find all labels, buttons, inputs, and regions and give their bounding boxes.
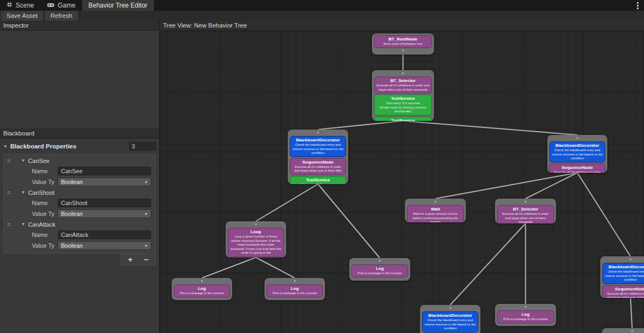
- blackboard-properties-label: Blackboard Properties: [10, 143, 77, 149]
- value-type-selected-label: Boolean: [61, 210, 83, 217]
- tree-view-header: Tree View: New Behavior Tree: [160, 21, 644, 31]
- node-block-description: Execute all it's childrens in order and …: [376, 84, 430, 92]
- node-block-blackboarddecorator[interactable]: BlackboardDecoratorCheck the blackboard …: [422, 311, 478, 332]
- foldout-arrow-icon[interactable]: ▼: [21, 222, 25, 227]
- node-input-port[interactable]: ×: [228, 222, 284, 227]
- remove-property-button[interactable]: −: [140, 256, 153, 263]
- node-input-port[interactable]: ×: [351, 259, 408, 264]
- bt-node-wait[interactable]: ×WaitWait for a given amount of time bef…: [405, 199, 466, 222]
- node-block-description: Check the blackboard entry and returns s…: [552, 148, 603, 161]
- bt-node-decorator-log[interactable]: ×BlackboardDecoratorCheck the blackboard…: [420, 305, 480, 333]
- save-asset-button[interactable]: Save Asset: [1, 11, 43, 21]
- node-output-port[interactable]: ×: [228, 257, 284, 258]
- foldout-arrow-icon[interactable]: ▼: [3, 144, 8, 149]
- node-block-loop[interactable]: LoopLoop a given number of times before …: [228, 228, 284, 257]
- inspector-content: [0, 31, 159, 128]
- inspector-panel: Inspector Blackboard ▼ Blackboard Proper…: [0, 21, 160, 333]
- node-output-port[interactable]: ×: [374, 49, 432, 53]
- node-block-description: Simple node for testing a service functi…: [376, 106, 430, 114]
- node-block-log[interactable]: LogPrint a message in the console: [267, 284, 323, 297]
- entry-name-input[interactable]: [58, 230, 151, 239]
- tree-view-panel: Tree View: New Behavior Tree BT_RootNode…: [160, 21, 644, 333]
- node-block-description: Print a message in the console: [499, 317, 552, 322]
- bt-node-log-4[interactable]: ×LogPrint a message in the console: [495, 304, 556, 326]
- bt-node-sequence-edge[interactable]: ×BlackboardDecoratorCheck the blackboard…: [600, 256, 644, 298]
- node-input-port[interactable]: ×: [550, 136, 605, 141]
- bt-node-root[interactable]: BT_RootNodeEntry point of behavior tree×: [372, 33, 434, 55]
- add-property-button[interactable]: +: [124, 256, 137, 263]
- entry-name-input[interactable]: [58, 167, 151, 175]
- node-block-bt_selector[interactable]: BT_SelectorExecute all it's childrens in…: [374, 77, 432, 93]
- node-block-title: BlackboardDecorator: [424, 313, 476, 318]
- entry-name-row: Name: [4, 166, 155, 176]
- node-block-log[interactable]: LogPrint a message in the console: [174, 284, 230, 297]
- node-block-title: BlackboardDecorator: [552, 143, 603, 148]
- value-type-dropdown[interactable]: Boolean▼: [58, 178, 151, 186]
- bt-node-sequence-left[interactable]: ×BlackboardDecoratorCheck the blackboard…: [288, 130, 348, 184]
- edge: [202, 257, 256, 278]
- tab-scene-label: Scene: [16, 2, 34, 9]
- bt-node-log-2[interactable]: ×LogPrint a message in the console: [265, 278, 325, 300]
- node-block-blackboarddecorator[interactable]: BlackboardDecoratorCheck the blackboard …: [290, 136, 346, 157]
- node-block-title: Log: [499, 312, 552, 317]
- refresh-button[interactable]: Refresh: [45, 11, 78, 21]
- blackboard-properties-row: ▼ Blackboard Properties: [0, 141, 159, 152]
- node-block-testservice[interactable]: TestServiceTick every: 0.5 secondsSimple…: [290, 176, 346, 185]
- bt-node-selector-main[interactable]: ×BT_SelectorExecute all it's childrens i…: [372, 70, 434, 121]
- node-block-description: Execute all it's childrens in order and …: [605, 292, 644, 298]
- properties-count-field[interactable]: [129, 142, 156, 151]
- node-block-bt_selector[interactable]: BT_SelectorExecute all it's childrens in…: [497, 205, 554, 223]
- node-block-sequencenode[interactable]: SequenceNodeExecute all it's childrens i…: [550, 164, 605, 173]
- node-input-port[interactable]: ×: [267, 279, 323, 284]
- bt-node-selector-right[interactable]: ×BT_SelectorExecute all it's childrens i…: [495, 199, 556, 223]
- tab-behavior-tree-editor[interactable]: Behavior Tree Editor: [82, 0, 154, 11]
- kebab-menu-icon[interactable]: [632, 0, 644, 11]
- node-block-title: BlackboardDecorator: [605, 264, 644, 270]
- node-block-description: Execute all it's childrens in order and …: [552, 171, 603, 173]
- node-block-sequencenode[interactable]: SequenceNodeExecute all it's childrens i…: [602, 285, 644, 298]
- entry-name-input[interactable]: [58, 199, 151, 207]
- drag-handle-icon[interactable]: =: [7, 189, 21, 196]
- node-block-blackboarddecorator[interactable]: BlackboardDecoratorCheck the blackboard …: [550, 141, 605, 162]
- bt-node-loop[interactable]: ×LoopLoop a given number of times before…: [226, 221, 286, 257]
- node-input-port[interactable]: ×: [422, 306, 478, 311]
- node-block-testservice[interactable]: TestServiceTick every: 0.5 secondsSimple…: [374, 117, 432, 121]
- node-input-port[interactable]: ×: [604, 329, 644, 333]
- bt-node-partial-node[interactable]: ×: [602, 328, 644, 333]
- drag-handle-icon[interactable]: =: [7, 221, 21, 228]
- node-input-port[interactable]: ×: [497, 305, 554, 310]
- foldout-arrow-icon[interactable]: ▼: [21, 158, 25, 163]
- node-block-title: TestService: [292, 178, 344, 183]
- node-block-log[interactable]: LogPrint a message in the console: [351, 264, 408, 277]
- node-block-log[interactable]: LogPrint a message in the console: [497, 310, 554, 323]
- node-input-port[interactable]: ×: [602, 257, 644, 262]
- node-block-title: Log: [176, 286, 228, 291]
- entry-name-row: Name: [4, 229, 155, 240]
- node-block-title: TestService: [376, 96, 430, 101]
- node-block-testservice[interactable]: TestServiceTick every: 0.5 secondsSimple…: [374, 94, 432, 115]
- node-block-blackboarddecorator[interactable]: BlackboardDecoratorCheck the blackboard …: [602, 263, 644, 284]
- name-field-label: Name: [32, 232, 58, 238]
- tab-scene[interactable]: Scene: [0, 0, 40, 11]
- node-input-port[interactable]: ×: [407, 200, 464, 205]
- node-input-port[interactable]: ×: [174, 279, 230, 284]
- node-block-wait[interactable]: WaitWait for a given amount of time befo…: [407, 205, 464, 222]
- foldout-arrow-icon[interactable]: ▼: [21, 190, 25, 195]
- drag-handle-icon[interactable]: =: [7, 158, 21, 164]
- entry-value-type-row: Value TyBoolean▼: [4, 176, 155, 187]
- node-block-sequencenode[interactable]: SequenceNodeExecute all it's childrens i…: [290, 158, 346, 175]
- edge: [436, 173, 578, 199]
- tab-game[interactable]: Game: [40, 0, 82, 11]
- node-block-title: SequenceNode: [605, 287, 644, 292]
- bt-node-sequence-right[interactable]: ×BlackboardDecoratorCheck the blackboard…: [547, 135, 607, 173]
- node-input-port[interactable]: ×: [374, 71, 432, 76]
- node-input-port[interactable]: ×: [290, 131, 346, 135]
- bt-node-log-3[interactable]: ×LogPrint a message in the console: [349, 258, 410, 281]
- node-input-port[interactable]: ×: [497, 200, 554, 205]
- value-type-dropdown[interactable]: Boolean▼: [58, 209, 151, 218]
- bt-node-log-1[interactable]: ×LogPrint a message in the console: [172, 278, 232, 300]
- value-type-dropdown[interactable]: Boolean▼: [58, 241, 151, 250]
- tree-canvas[interactable]: BT_RootNodeEntry point of behavior tree×…: [160, 31, 644, 333]
- node-block-bt_rootnode[interactable]: BT_RootNodeEntry point of behavior tree: [374, 35, 432, 48]
- unity-window: Scene Game Behavior Tree Editor Save Ass…: [0, 0, 644, 333]
